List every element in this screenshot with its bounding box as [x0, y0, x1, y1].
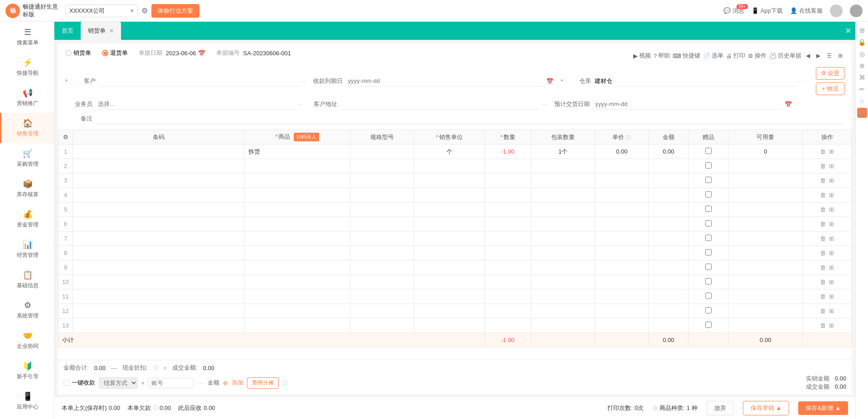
sidebar-item-quick-nav[interactable]: ⚡ 快捷导航	[0, 52, 54, 82]
row-gift[interactable]	[689, 289, 728, 304]
row-barcode[interactable]	[73, 188, 245, 202]
panel-icon-grid[interactable]: ⊞	[857, 25, 867, 35]
expected-date-input[interactable]	[593, 99, 783, 110]
row-barcode[interactable]	[73, 217, 245, 231]
calendar-icon[interactable]: 📅	[198, 50, 205, 57]
customer-input[interactable]	[99, 76, 299, 87]
customer-addr-dots-icon[interactable]: ···	[543, 101, 548, 108]
row-spec[interactable]	[350, 260, 414, 275]
row-unit-price[interactable]	[595, 202, 649, 217]
sidebar-item-wechat[interactable]: 💬 企业微信	[0, 416, 54, 419]
row-product[interactable]	[244, 231, 350, 246]
payment-checkbox[interactable]	[63, 380, 70, 386]
salesperson-input[interactable]	[96, 99, 296, 110]
panel-icon-star[interactable]: ☆	[857, 96, 867, 106]
tab-home[interactable]: 首页	[54, 22, 81, 40]
online-service-item[interactable]: 👤 在线客服	[790, 7, 823, 15]
panel-icon-plus[interactable]: ⊕	[857, 61, 867, 71]
row-product[interactable]	[244, 260, 350, 275]
fee-split-btn[interactable]: 费用分摊	[247, 377, 279, 389]
sidebar-item-search[interactable]: ☰ 搜索菜单	[0, 22, 54, 52]
grid-view-btn[interactable]: ⊞	[836, 52, 844, 60]
user-avatar2[interactable]	[850, 5, 863, 17]
row-unit-price[interactable]	[595, 304, 649, 318]
sidebar-item-enterprise[interactable]: 🤝 企业协同	[0, 325, 54, 356]
video-btn[interactable]: ▶ 视频	[633, 52, 651, 60]
prev-record-btn[interactable]: ◀	[804, 52, 812, 60]
row-spec[interactable]	[350, 275, 414, 289]
shortcut-btn[interactable]: ⌨ 快捷键	[673, 52, 700, 60]
sidebar-item-finance[interactable]: 💰 资金管理	[0, 204, 54, 234]
row-spec[interactable]	[350, 246, 414, 260]
row-spec[interactable]	[350, 217, 414, 231]
next-record-btn[interactable]: ▶	[815, 52, 822, 60]
row-qty[interactable]	[485, 246, 531, 260]
pick-btn[interactable]: 📄 选单	[703, 52, 723, 60]
row-spec[interactable]	[350, 159, 414, 173]
copy-row-icon[interactable]: ⊞	[829, 264, 834, 271]
row-product[interactable]	[244, 304, 350, 318]
delete-row-icon[interactable]: 🗑	[820, 264, 826, 271]
row-barcode[interactable]	[73, 260, 245, 275]
row-barcode[interactable]	[73, 231, 245, 246]
row-product[interactable]	[244, 188, 350, 202]
panel-icon-cmd[interactable]: ⌘	[857, 72, 867, 82]
row-unit-price[interactable]	[595, 159, 649, 173]
print-btn[interactable]: 🖨 打印	[726, 52, 745, 60]
row-barcode[interactable]	[73, 275, 245, 289]
customer-dots-icon[interactable]: ···	[301, 78, 306, 85]
trial-btn[interactable]: 体验行业方案	[151, 4, 199, 18]
row-qty[interactable]	[485, 289, 531, 304]
settlement-method-select[interactable]: 结算方式	[99, 377, 138, 389]
company-selector[interactable]: XXXXXX公司 ▾	[65, 5, 138, 17]
add-item-icon[interactable]: ⊕	[223, 380, 228, 386]
delete-row-icon[interactable]: 🗑	[820, 148, 826, 155]
row-spec[interactable]	[350, 188, 414, 202]
row-gift[interactable]	[689, 318, 728, 333]
row-barcode[interactable]	[73, 202, 245, 217]
row-qty[interactable]	[485, 202, 531, 217]
delete-row-icon[interactable]: 🗑	[820, 293, 826, 300]
row-qty[interactable]	[485, 159, 531, 173]
delete-row-icon[interactable]: 🗑	[820, 250, 826, 256]
row-barcode[interactable]	[73, 144, 245, 159]
operation-btn[interactable]: ⚙ 操作	[748, 52, 766, 60]
sidebar-item-app-center[interactable]: 📱 应用中心	[0, 386, 54, 416]
row-qty[interactable]	[485, 173, 531, 188]
copy-row-icon[interactable]: ⊞	[829, 308, 834, 314]
copy-row-icon[interactable]: ⊞	[829, 206, 834, 213]
due-date-calendar-icon[interactable]: 📅	[546, 78, 553, 85]
row-gift[interactable]	[689, 159, 728, 173]
row-gift[interactable]	[689, 188, 728, 202]
delete-row-icon[interactable]: 🗑	[820, 177, 826, 184]
row-spec[interactable]	[350, 144, 414, 159]
row-unit-price[interactable]	[595, 246, 649, 260]
copy-row-icon[interactable]: ⊞	[829, 163, 834, 169]
row-spec[interactable]	[350, 289, 414, 304]
row-qty[interactable]	[485, 275, 531, 289]
row-barcode[interactable]	[73, 289, 245, 304]
message-icon-item[interactable]: 💬 消息 99+	[723, 7, 744, 15]
scan-entry-btn[interactable]: 扫码录入	[294, 133, 319, 141]
row-product[interactable]	[244, 246, 350, 260]
row-qty[interactable]	[485, 304, 531, 318]
copy-row-icon[interactable]: ⊞	[829, 293, 834, 300]
delete-row-icon[interactable]: 🗑	[820, 163, 826, 169]
row-gift[interactable]	[689, 304, 728, 318]
logistics-btn[interactable]: + 物流	[816, 82, 844, 95]
row-unit-price[interactable]	[595, 289, 649, 304]
row-spec[interactable]	[350, 173, 414, 188]
row-qty[interactable]	[485, 188, 531, 202]
copy-row-icon[interactable]: ⊞	[829, 250, 834, 256]
row-gift[interactable]	[689, 217, 728, 231]
row-product[interactable]	[244, 173, 350, 188]
account-dots-icon[interactable]: ···	[199, 380, 204, 386]
row-unit-price[interactable]	[595, 188, 649, 202]
list-view-btn[interactable]: ☰	[825, 52, 834, 60]
delete-row-icon[interactable]: 🗑	[820, 308, 826, 314]
copy-row-icon[interactable]: ⊞	[829, 235, 834, 242]
tab-close-icon[interactable]: ✕	[109, 28, 114, 34]
row-unit-price[interactable]: 0.00	[595, 144, 649, 159]
row-gift[interactable]	[689, 173, 728, 188]
copy-row-icon[interactable]: ⊞	[829, 192, 834, 198]
